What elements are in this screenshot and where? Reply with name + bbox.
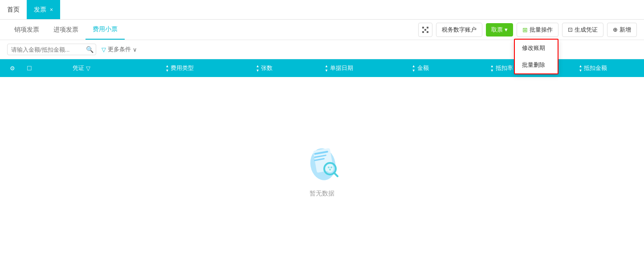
main-area: 销项发票 进项发票 费用小票 税务数字账户 取票 (0, 20, 644, 260)
sub-tabs-bar: 销项发票 进项发票 费用小票 税务数字账户 取票 (0, 20, 644, 40)
settings-icon: ⚙ (10, 65, 15, 72)
voucher-filter-icon[interactable]: ▽ (86, 65, 90, 72)
th-count: ▲▼ 张数 (234, 64, 295, 73)
th-deduction-amount-label: 抵扣金额 (584, 64, 607, 72)
th-date-label: 单据日期 (330, 64, 353, 72)
tab-expense-receipt[interactable]: 费用小票 (86, 20, 125, 40)
dropdown-item-batch-delete[interactable]: 批量删除 (515, 57, 558, 73)
empty-state: 暂无数据 (0, 77, 644, 260)
svg-point-10 (329, 169, 331, 171)
th-expense-type-label: 费用类型 (171, 64, 194, 72)
tax-account-button[interactable]: 税务数字账户 (436, 23, 482, 37)
count-sort[interactable]: ▲▼ (256, 64, 260, 73)
th-amount-label: 金额 (417, 64, 429, 72)
th-voucher: 凭证 ▽ (37, 64, 126, 72)
dropdown-item-change-period[interactable]: 修改账期 (515, 40, 558, 57)
invoice-tab-label: 发票 (34, 6, 46, 14)
more-conditions-button[interactable]: ▽ 更多条件 ∨ (102, 45, 137, 53)
get-ticket-button[interactable]: 取票 ▾ (486, 23, 513, 37)
expense-type-sort[interactable]: ▲▼ (165, 64, 169, 73)
invoice-tab-close[interactable]: × (50, 7, 53, 13)
batch-operations-button[interactable]: ⊞ 批量操作 (517, 23, 558, 37)
svg-point-8 (328, 167, 330, 168)
tab-purchase-invoice[interactable]: 进项发票 (46, 20, 86, 40)
generate-label: 生成凭证 (575, 26, 598, 34)
deduction-rate-sort[interactable]: ▲▼ (490, 64, 494, 73)
get-ticket-label: 取票 (491, 26, 503, 34)
batch-label: 批量操作 (530, 26, 553, 34)
search-icon[interactable]: 🔍 (86, 46, 94, 53)
home-tab[interactable]: 首页 (0, 0, 27, 19)
qr-icon (422, 27, 428, 33)
th-date: ▲▼ 单据日期 (295, 64, 383, 73)
sub-tabs-left: 销项发票 进项发票 费用小票 (7, 20, 125, 40)
top-nav: 首页 发票 × (0, 0, 644, 20)
add-icon: ⊕ (613, 26, 618, 33)
more-conditions-label: 更多条件 (108, 45, 131, 53)
toolbar-right: 税务数字账户 取票 ▾ ⊞ 批量操作 修改账期 批量删除 ⊡ (418, 23, 637, 37)
th-deduction-amount: ▲▼ 抵扣金额 (546, 64, 640, 73)
batch-dropdown-menu: 修改账期 批量删除 (514, 39, 558, 74)
tab-sales-invoice[interactable]: 销项发票 (7, 20, 46, 40)
qr-code-button[interactable] (418, 23, 432, 37)
search-input[interactable] (11, 46, 86, 53)
deduction-amount-sort[interactable]: ▲▼ (579, 64, 583, 73)
th-checkbox[interactable]: ☐ (21, 65, 37, 72)
th-deduction-rate-label: 抵扣率 (496, 64, 513, 72)
svg-point-9 (330, 167, 332, 168)
batch-operations-container: ⊞ 批量操作 修改账期 批量删除 (517, 23, 558, 37)
th-amount: ▲▼ 金额 (383, 64, 457, 73)
empty-state-text: 暂无数据 (310, 190, 334, 198)
date-sort[interactable]: ▲▼ (325, 64, 328, 73)
more-conditions-arrow: ∨ (133, 46, 137, 53)
generate-voucher-button[interactable]: ⊡ 生成凭证 (562, 23, 603, 37)
checkbox-icon: ☐ (27, 65, 32, 72)
svg-line-7 (334, 173, 338, 176)
th-voucher-label: 凭证 (73, 64, 84, 72)
batch-icon: ⊞ (522, 26, 528, 33)
add-button[interactable]: ⊕ 新增 (607, 23, 637, 37)
search-input-wrapper[interactable]: 🔍 (7, 44, 96, 55)
generate-icon: ⊡ (568, 26, 573, 33)
th-count-label: 张数 (261, 64, 273, 72)
add-label: 新增 (620, 26, 631, 34)
th-expense-type: ▲▼ 费用类型 (126, 64, 234, 73)
empty-state-icon (300, 140, 344, 184)
filter-icon: ▽ (102, 46, 106, 53)
get-ticket-arrow: ▾ (505, 26, 508, 33)
th-settings[interactable]: ⚙ (4, 65, 21, 72)
invoice-tab[interactable]: 发票 × (27, 0, 60, 19)
amount-sort[interactable]: ▲▼ (412, 64, 416, 73)
